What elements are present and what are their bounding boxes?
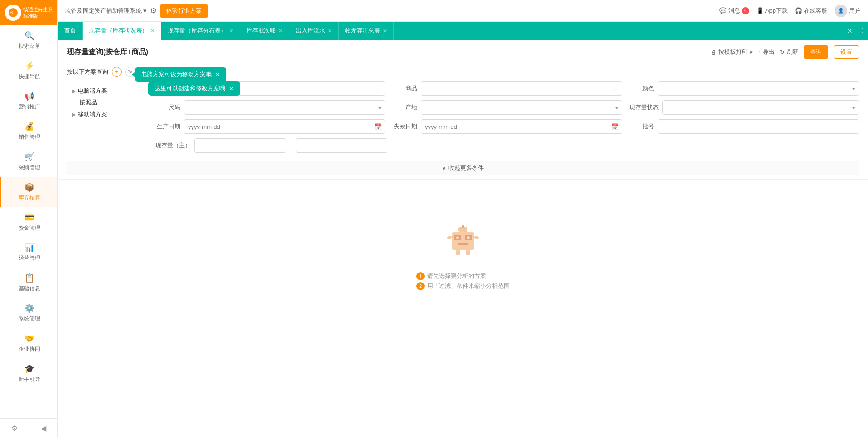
edit-scheme-button[interactable]: ✎ 电脑方案可设为移动方案哦 ✕ [125,67,135,77]
refresh-icon: ↻ [780,49,785,56]
color-label: 颜色 [629,85,654,93]
step2-num: 2 [416,282,425,290]
expiry-date-field: 失效日期 📅 [392,119,622,134]
reset-button[interactable]: 设置 [834,45,859,59]
stock-status-field: 现存量状态 [629,100,859,115]
sidebar-item-nav[interactable]: ⚡ 快捷导航 [0,56,57,86]
experience-button[interactable]: 体验行业方案 [160,4,208,18]
tab-close-stock-status[interactable]: ✕ [151,28,155,34]
tab-close-flow[interactable]: ✕ [328,28,332,34]
scheme-pc-child[interactable]: 按照品 [67,97,148,108]
tab-close-stock-dist[interactable]: ✕ [229,28,233,34]
expiry-date-cal-icon[interactable]: 📅 [611,123,618,130]
svg-point-6 [456,236,459,239]
sidebar-item-guide[interactable]: 🎓 新手引导 [0,358,57,389]
expiry-date-input[interactable] [421,119,622,134]
tab-stock-dist[interactable]: 现存量（库存分布表） ✕ [161,22,240,40]
topbar-left: 装备及固定资产辅助管理系统 ▾ ⚙ 体验行业方案 [65,4,208,18]
tab-close-all-icon[interactable]: ✕ [847,27,853,34]
tooltip-edit-scheme: 这里可以创建和修改方案哦 ✕ [148,81,240,96]
message-badge: 6 [742,7,749,14]
batch-field: 批号 [629,119,859,134]
color-select[interactable] [658,81,859,96]
sidebar-item-purchase[interactable]: 🛒 采购管理 [0,146,57,177]
prod-date-input[interactable] [184,119,385,134]
sidebar-item-search[interactable]: 🔍 搜索菜单 [0,25,57,56]
collapse-sidebar-icon[interactable]: ◀ [41,424,46,433]
app-download-item[interactable]: 📱 App下载 [756,7,788,15]
stock-main-input-end[interactable] [296,138,387,153]
operations-icon: 📊 [24,243,34,253]
tab-summary[interactable]: 收发存汇总表 ✕ [339,22,394,40]
sidebar-item-finance[interactable]: 💳 资金管理 [0,207,57,237]
guide-icon: 🎓 [24,364,34,374]
prod-date-field: 生产日期 📅 [156,119,385,134]
print-button[interactable]: 🖨 按模板打印 ▾ [711,48,753,56]
svg-rect-11 [474,236,479,239]
tab-stock-status[interactable]: 现存量（库存状况表） ✕ [83,22,161,40]
stock-main-input[interactable] [194,138,286,153]
tab-batch[interactable]: 库存批次账 ✕ [240,22,289,40]
content: 现存量查询(按仓库+商品) 🖨 按模板打印 ▾ ↑ 导出 ↻ 刷新 查询 设置 [58,40,868,438]
collab-icon: 🤝 [24,334,34,344]
tab-maximize-icon[interactable]: ⛶ [856,27,863,34]
tooltip-pc-close[interactable]: ✕ [215,71,220,78]
scheme-mobile[interactable]: ▶ 移动端方案 [67,108,148,120]
message-item[interactable]: 💬 消息 6 [719,7,749,15]
tab-close-summary[interactable]: ✕ [383,28,387,34]
marketing-icon: 📢 [24,91,34,101]
scheme-pc-arrow-icon: ▶ [72,89,76,94]
query-button[interactable]: 查询 [804,45,828,59]
svg-rect-2 [452,232,474,250]
tab-flow[interactable]: 出入库流水 ✕ [289,22,339,40]
system-name-dropdown[interactable]: 装备及固定资产辅助管理系统 ▾ [65,7,146,15]
stock-main-dash: — [288,142,294,149]
sidebar-logo: 6 畅通道好生意 标准版 [0,0,57,25]
sidebar-item-marketing[interactable]: 📢 营销推广 [0,86,57,116]
svg-rect-8 [458,227,467,232]
empty-state: 1 请先选择要分析的方案 2 用「过滤」条件来缩小分析范围 [58,180,868,328]
sidebar-item-operations[interactable]: 📊 经营管理 [0,237,57,268]
logo-icon: 6 [5,5,21,21]
prod-date-label: 生产日期 [156,122,180,131]
sidebar-item-system[interactable]: ⚙️ 系统管理 [0,298,57,328]
online-support-item[interactable]: 🎧 在线客服 [795,7,827,15]
user-item[interactable]: 👤 用户 [835,5,861,17]
tooltip-pc-scheme: 电脑方案可设为移动方案哦 ✕ [135,67,226,82]
origin-select[interactable] [421,100,622,115]
refresh-button[interactable]: ↻ 刷新 [780,48,798,56]
sidebar-item-basic[interactable]: 📋 基础信息 [0,268,57,298]
add-scheme-button[interactable]: + [112,67,122,77]
goods-input[interactable] [421,81,622,96]
headset-icon: 🎧 [795,7,802,14]
sidebar-item-inventory[interactable]: 📦 库存核算 [0,177,57,207]
origin-field: 产地 [392,100,622,115]
svg-text:6: 6 [10,10,13,15]
sidebar-item-collab[interactable]: 🤝 企业协同 [0,328,57,358]
page-header: 现存量查询(按仓库+商品) 🖨 按模板打印 ▾ ↑ 导出 ↻ 刷新 查询 设置 [58,40,868,62]
tab-close-batch[interactable]: ✕ [278,28,283,34]
system-icon: ⚙️ [24,303,34,313]
prod-date-cal-icon[interactable]: 📅 [374,123,382,130]
settings-footer-icon[interactable]: ⚙ [11,424,18,433]
stock-status-select[interactable] [662,100,859,115]
svg-rect-10 [447,236,452,239]
batch-label: 批号 [629,122,654,131]
topbar: 装备及固定资产辅助管理系统 ▾ ⚙ 体验行业方案 💬 消息 6 📱 App下载 … [58,0,868,22]
export-icon: ↑ [758,49,761,56]
expiry-date-label: 失效日期 [392,122,417,131]
scheme-pc[interactable]: ▶ 电脑端方案 [67,85,148,97]
main-area: 装备及固定资产辅助管理系统 ▾ ⚙ 体验行业方案 💬 消息 6 📱 App下载 … [58,0,868,438]
export-button[interactable]: ↑ 导出 [758,48,775,56]
collapse-button[interactable]: ∧ 收起更多条件 [67,161,859,175]
tab-home[interactable]: 首页 [58,22,83,40]
size-select[interactable] [184,100,385,115]
sidebar-item-sales[interactable]: 💰 销售管理 [0,116,57,146]
purchase-icon: 🛒 [24,152,34,162]
print-dropdown-icon: ▾ [750,49,753,56]
tooltip-edit-close[interactable]: ✕ [229,85,234,92]
batch-input[interactable] [658,119,859,134]
size-label: 尺码 [156,104,180,112]
empty-illustration [440,216,486,261]
topbar-settings-icon[interactable]: ⚙ [150,6,156,15]
